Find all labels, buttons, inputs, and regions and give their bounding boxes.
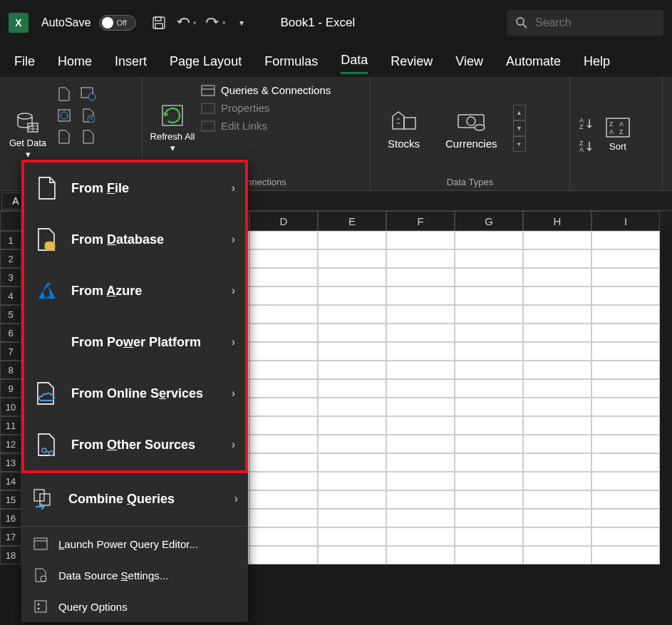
datatypes-scroll-up[interactable]: ▲ [513,105,526,120]
tab-automate[interactable]: Automate [506,50,561,73]
redo-button[interactable] [204,14,221,31]
cell[interactable] [249,398,318,416]
cell[interactable] [591,324,660,342]
row-header[interactable]: 8 [0,361,21,379]
cell[interactable] [455,527,523,546]
cell[interactable] [318,490,386,509]
cell[interactable] [523,472,591,490]
menu-from-online-services[interactable]: From Online Services › [24,368,245,419]
cell[interactable] [318,342,386,361]
tab-home[interactable]: Home [58,50,92,73]
column-header[interactable]: D [249,211,318,231]
cell[interactable] [249,249,318,268]
cell[interactable] [318,472,386,490]
cell[interactable] [249,324,318,342]
cell[interactable] [591,490,660,509]
cell[interactable] [455,305,523,324]
datatypes-expand[interactable]: ▾ [513,136,526,152]
column-header[interactable]: E [318,211,386,231]
from-web-button[interactable] [78,86,98,103]
cell[interactable] [591,286,660,305]
cell[interactable] [455,342,523,361]
row-header[interactable]: 11 [0,416,21,435]
cell[interactable] [523,379,591,398]
tab-page-layout[interactable]: Page Layout [170,50,242,73]
customize-qat-button[interactable]: ▾ [233,14,250,31]
redo-dropdown-icon[interactable]: ▾ [222,19,226,26]
cell[interactable] [249,231,318,249]
cell[interactable] [455,490,523,509]
cell[interactable] [591,527,660,546]
cell[interactable] [591,379,660,398]
menu-from-other-sources[interactable]: From Other Sources › [24,419,245,470]
cell[interactable] [591,398,660,416]
cell[interactable] [455,268,523,286]
cell[interactable] [318,527,386,546]
menu-from-azure[interactable]: From Azure › [24,265,245,316]
from-table-range-button[interactable] [54,107,74,124]
cell[interactable] [249,435,318,453]
menu-query-options[interactable]: Query Options [21,591,248,622]
from-picture-button[interactable] [78,128,98,145]
cell[interactable] [523,398,591,416]
tab-file[interactable]: File [14,50,35,73]
existing-connections-button[interactable] [54,128,74,145]
currencies-button[interactable]: Currencies [435,108,507,150]
row-header[interactable]: 7 [0,342,21,361]
tab-data[interactable]: Data [341,48,368,74]
cell[interactable] [523,509,591,527]
undo-dropdown-icon[interactable]: ▾ [193,19,197,26]
cell[interactable] [249,527,318,546]
cell[interactable] [523,231,591,249]
sort-asc-button[interactable]: AZ [577,115,594,132]
cell[interactable] [455,546,523,564]
cell[interactable] [523,416,591,435]
from-text-csv-button[interactable] [54,86,74,103]
cell[interactable] [386,416,455,435]
datatypes-scroll-down[interactable]: ▼ [513,120,526,136]
cell[interactable] [386,472,455,490]
edit-links-button[interactable]: Edit Links [201,120,331,132]
search-box[interactable] [507,10,663,36]
row-header[interactable]: 17 [0,527,21,546]
cell[interactable] [249,379,318,398]
cell[interactable] [318,249,386,268]
cell[interactable] [523,324,591,342]
tab-view[interactable]: View [455,50,483,73]
tab-insert[interactable]: Insert [115,50,147,73]
row-header[interactable]: 1 [0,231,21,249]
cell[interactable] [249,453,318,472]
cell[interactable] [249,490,318,509]
cell[interactable] [249,342,318,361]
cell[interactable] [386,231,455,249]
cell[interactable] [318,361,386,379]
cell[interactable] [591,416,660,435]
cell[interactable] [249,268,318,286]
cell[interactable] [523,286,591,305]
cell[interactable] [318,305,386,324]
cell[interactable] [455,472,523,490]
cell[interactable] [591,361,660,379]
cell[interactable] [523,342,591,361]
select-all-corner[interactable] [0,211,21,231]
row-header[interactable]: 13 [0,453,21,472]
cell[interactable] [386,249,455,268]
cell[interactable] [386,509,455,527]
row-header[interactable]: 15 [0,490,21,509]
column-header[interactable]: H [523,211,591,231]
cell[interactable] [386,398,455,416]
menu-from-database[interactable]: From Database › [24,214,245,265]
menu-combine-queries[interactable]: Combine Queries › [21,473,248,525]
column-header[interactable]: G [455,211,523,231]
row-header[interactable]: 16 [0,509,21,527]
cell[interactable] [455,361,523,379]
tab-help[interactable]: Help [584,50,610,73]
cell[interactable] [249,546,318,564]
row-header[interactable]: 3 [0,268,21,286]
row-header[interactable]: 5 [0,305,21,324]
stocks-button[interactable]: Stocks [378,108,430,150]
column-header[interactable]: I [591,211,660,231]
cell[interactable] [591,231,660,249]
cell[interactable] [455,509,523,527]
cell[interactable] [386,490,455,509]
